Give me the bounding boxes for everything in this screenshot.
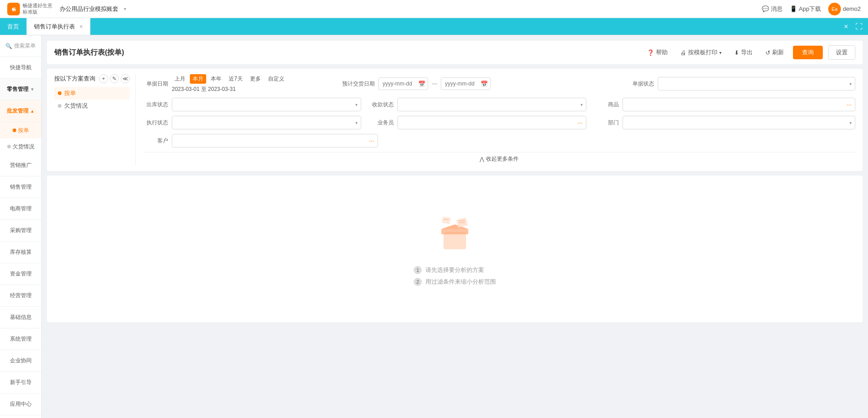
date-label: 单据日期: [143, 80, 168, 88]
date-tab-last-month[interactable]: 上月: [172, 74, 188, 84]
scheme-edit-btn[interactable]: ✎: [110, 74, 119, 83]
empty-tip-2-text: 用过滤条件来缩小分析范围: [425, 278, 496, 286]
app-download-button[interactable]: 📱 App下载: [790, 5, 821, 13]
customer-more-icon[interactable]: ···: [369, 137, 374, 144]
sidebar-retail-label: 零售管理: [7, 86, 28, 93]
sidebar-item-system[interactable]: 系统管理: [0, 328, 41, 350]
sidebar-item-ecommerce[interactable]: 电商管理: [0, 198, 41, 220]
settings-button[interactable]: 设置: [828, 45, 855, 60]
sidebar-item-wechat[interactable]: 企业微信: [0, 415, 41, 418]
date-tabs: 上月 本月 本年 近7天 更多 自定义: [172, 74, 287, 84]
filter-panel: 按以下方案查询 + ✎ ≪ 按单: [47, 69, 863, 171]
tab-sales-order[interactable]: 销售订单执行表 ×: [27, 18, 90, 35]
product-input[interactable]: [623, 98, 855, 111]
sidebar-item-sales[interactable]: 销售管理: [0, 176, 41, 198]
sidebar-item-newbie[interactable]: 新手引导: [0, 372, 41, 394]
refresh-button[interactable]: ↺ 刷新: [762, 47, 788, 58]
tip-num-1: 1: [414, 266, 422, 274]
empty-tip-2: 2 用过滤条件来缩小分析范围: [414, 278, 496, 286]
salesperson-more-icon[interactable]: ···: [577, 119, 583, 126]
user-profile[interactable]: Ea demo2: [828, 3, 861, 15]
salesperson-input[interactable]: [397, 116, 587, 129]
filter-group-product: 商品 ···: [594, 98, 855, 111]
search-button[interactable]: 查询: [793, 46, 823, 59]
filter-row-with-scheme: 按以下方案查询 + ✎ ≪ 按单: [54, 74, 855, 166]
print-dropdown-icon: ▾: [719, 50, 722, 55]
collapse-button[interactable]: ⋀ 收起更多条件: [143, 152, 855, 166]
customer-control: ···: [172, 134, 378, 147]
sidebar-item-appstore[interactable]: 应用中心: [0, 394, 41, 415]
sidebar-item-enterprise[interactable]: 企业协同: [0, 350, 41, 372]
sidebar-item-purchase[interactable]: 采购管理: [0, 220, 41, 242]
sidebar-item-finance[interactable]: 资金管理: [0, 263, 41, 285]
tab-maximize-btn[interactable]: ⛶: [854, 21, 864, 33]
sidebar-item-marketing[interactable]: 营销推广: [0, 155, 41, 176]
sidebar-search[interactable]: 🔍 搜索菜单: [0, 35, 41, 57]
customer-input[interactable]: [172, 134, 378, 147]
execution-status-select[interactable]: [172, 116, 361, 129]
filter-group-expected-date: 预计交货日期 📅 — 📅: [339, 77, 622, 90]
svg-rect-3: [441, 229, 468, 234]
sidebar-item-wholesale[interactable]: 批发管理 ▲: [0, 100, 41, 122]
tab-minimize-btn[interactable]: ×: [842, 21, 850, 33]
print-button[interactable]: 🖨 按模板打印 ▾: [677, 47, 725, 58]
app-download-icon: 📱: [790, 5, 797, 12]
sidebar-basic-label: 基础信息: [10, 314, 32, 321]
sidebar-newbie-label: 新手引导: [10, 379, 32, 386]
sidebar-item-basic[interactable]: 基础信息: [0, 307, 41, 328]
scheme-item-owe[interactable]: 欠货情况: [54, 100, 130, 112]
sidebar-item-operation[interactable]: 经营管理: [0, 285, 41, 307]
scheme-owe-dot: [58, 104, 61, 108]
scheme-item-order[interactable]: 按单: [54, 87, 130, 100]
sidebar-item-inventory[interactable]: 库存核算: [0, 242, 41, 263]
sidebar-item-retail[interactable]: 零售管理 ▼: [0, 79, 41, 100]
status-control: ▾: [658, 77, 855, 90]
sidebar-operation-label: 经营管理: [10, 292, 32, 299]
filter-group-customer: 客户 ···: [143, 134, 378, 147]
product-more-icon[interactable]: ···: [846, 101, 852, 108]
delivery-status-select[interactable]: [172, 98, 361, 111]
app-title: 办公用品行业模拟账套: [60, 5, 118, 13]
scheme-section-label: 按以下方案查询: [54, 75, 95, 83]
date-tab-this-year[interactable]: 本年: [208, 74, 224, 84]
tip-num-2: 2: [414, 278, 422, 286]
expected-date-start-wrap: 📅: [378, 77, 428, 90]
help-icon: ❓: [647, 49, 654, 56]
scheme-order-dot: [58, 91, 61, 95]
wholesale-arrow-icon: ▲: [30, 109, 35, 114]
empty-state: 1 请先选择要分析的方案 2 用过滤条件来缩小分析范围: [47, 176, 863, 322]
customer-label: 客户: [143, 137, 168, 145]
scheme-order-label: 按单: [64, 89, 76, 97]
message-button[interactable]: 💬 消息: [762, 5, 783, 13]
app-dropdown-arrow[interactable]: ▾: [124, 6, 126, 11]
page-content: 销售订单执行表(按单) ❓ 帮助 🖨 按模板打印 ▾ ⬇ 导出: [42, 35, 868, 418]
home-tab-label: 首页: [7, 23, 19, 31]
scheme-add-btn[interactable]: +: [99, 74, 108, 83]
department-control: ▾: [623, 116, 855, 129]
logo-text: 畅捷通好生意 标准版: [23, 3, 52, 14]
sidebar-sub-order[interactable]: 按单: [0, 122, 41, 138]
tab-bar: 首页 销售订单执行表 × × ⛶: [0, 18, 868, 35]
payment-status-select[interactable]: [397, 98, 587, 111]
tab-home[interactable]: 首页: [0, 18, 27, 35]
active-tab-label: 销售订单执行表: [34, 23, 75, 31]
status-select[interactable]: [658, 77, 855, 90]
export-button[interactable]: ⬇ 导出: [731, 47, 756, 58]
help-button[interactable]: ❓ 帮助: [643, 47, 671, 58]
scheme-collapse-btn[interactable]: ≪: [121, 74, 130, 83]
sidebar-wholesale-label: 批发管理: [7, 107, 28, 115]
sidebar-quick-nav[interactable]: 快捷导航: [0, 57, 41, 79]
tab-bar-actions: × ⛶: [842, 18, 868, 35]
date-tab-more[interactable]: 更多: [247, 74, 264, 84]
delivery-status-label: 出库状态: [143, 101, 168, 109]
sidebar-sub-owe[interactable]: 欠货情况: [0, 138, 41, 155]
date-tab-last-7[interactable]: 近7天: [226, 74, 245, 84]
export-icon: ⬇: [734, 49, 739, 56]
filter-group-date: 单据日期 上月 本月 本年 近7天 更多 自定义: [143, 74, 331, 93]
date-tab-custom[interactable]: 自定义: [265, 74, 287, 84]
sidebar: 🔍 搜索菜单 快捷导航 零售管理 ▼ 批发管理 ▲ 按单 欠货情况 营销推广 销…: [0, 35, 42, 418]
department-select[interactable]: [623, 116, 855, 129]
date-tab-current-month[interactable]: 本月: [190, 74, 206, 84]
tab-close-icon[interactable]: ×: [80, 24, 83, 30]
content-area: 销售订单执行表(按单) ❓ 帮助 🖨 按模板打印 ▾ ⬇ 导出: [42, 35, 868, 418]
